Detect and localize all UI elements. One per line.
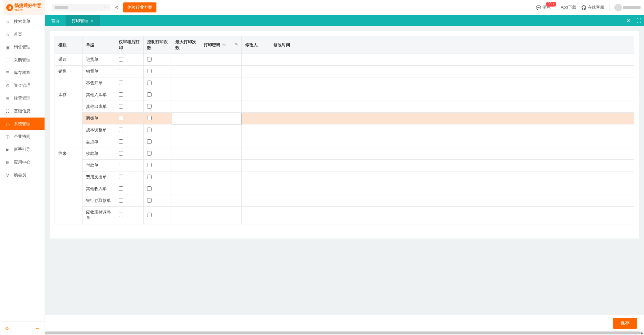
max-count-cell (172, 101, 200, 113)
limit-count-checkbox[interactable] (147, 151, 152, 156)
audit-only-checkbox[interactable] (119, 163, 123, 167)
limit-count-checkbox[interactable] (147, 104, 152, 109)
org-selector-value (55, 6, 68, 9)
table-row: 银行存取款单 (55, 195, 634, 207)
user-menu[interactable] (614, 4, 641, 11)
bill-cell: 收款单 (83, 148, 115, 160)
tab-1[interactable]: 打印管理✕ (66, 15, 100, 26)
sidebar-item-0[interactable]: ⌕搜索菜单 (0, 15, 45, 28)
limit-count-cell (144, 171, 172, 183)
modifier-cell (242, 101, 270, 113)
limit-count-cell (144, 207, 172, 224)
limit-count-checkbox[interactable] (147, 175, 152, 179)
save-button[interactable]: 保存 (613, 318, 637, 329)
scrollbar-right-arrow[interactable]: ▶ (640, 331, 644, 335)
max-count-cell[interactable] (172, 113, 200, 124)
footer-bar: 保存 (45, 315, 644, 331)
audit-only-cell (115, 113, 144, 124)
app-download-button[interactable]: ⬚ App下载 (556, 4, 576, 10)
audit-only-checkbox[interactable] (119, 116, 123, 120)
sidebar-item-12[interactable]: V畅会员 (0, 169, 45, 182)
sidebar-item-7[interactable]: ☷基础信息 (0, 105, 45, 118)
password-cell (200, 195, 242, 207)
limit-count-checkbox[interactable] (147, 116, 152, 120)
table-row: 往来收款单 (55, 148, 634, 160)
sidebar-item-9[interactable]: ◫企业协同 (0, 130, 45, 143)
online-service-button[interactable]: 🎧 在线客服 (581, 4, 604, 10)
sidebar-item-3[interactable]: ⬚采购管理 (0, 54, 45, 66)
sidebar-item-8[interactable]: ◌系统管理 (0, 118, 45, 130)
sidebar-item-4[interactable]: ☰库存核算 (0, 66, 45, 79)
audit-only-checkbox[interactable] (119, 175, 123, 179)
sidebar-item-2[interactable]: ▣销售管理 (0, 41, 45, 54)
tab-label: 首页 (51, 18, 59, 24)
limit-count-cell (144, 160, 172, 171)
main-area: 首页打印管理✕ ✕ ⛶ 模块 单据 (45, 15, 644, 335)
limit-count-checkbox[interactable] (147, 213, 152, 217)
scrollbar-thumb[interactable] (45, 332, 641, 334)
chat-icon: 💬 (536, 5, 541, 10)
audit-only-cell (115, 183, 144, 195)
audit-only-checkbox[interactable] (119, 151, 123, 156)
sidebar-item-label: 企业协同 (14, 134, 30, 140)
audit-only-checkbox[interactable] (119, 128, 123, 132)
password-cell[interactable] (200, 113, 242, 124)
gear-icon[interactable]: ⚙ (115, 5, 119, 10)
max-count-cell (172, 183, 200, 195)
audit-only-checkbox[interactable] (119, 57, 123, 62)
limit-count-cell (144, 113, 172, 124)
audit-only-checkbox[interactable] (119, 92, 123, 97)
help-icon[interactable]: ?⃝ (222, 43, 226, 47)
sidebar-item-1[interactable]: ⌂首页 (0, 28, 45, 41)
limit-count-checkbox[interactable] (147, 81, 152, 85)
limit-count-checkbox[interactable] (147, 198, 152, 203)
sidebar-item-6[interactable]: ≣经营管理 (0, 92, 45, 105)
audit-only-checkbox[interactable] (119, 213, 123, 217)
audit-only-checkbox[interactable] (119, 81, 123, 85)
nav-icon: ≣ (5, 96, 10, 101)
settings-icon[interactable]: ⚙ (5, 326, 9, 331)
audit-only-cell (115, 171, 144, 183)
sidebar-item-10[interactable]: ▶新手引导 (0, 143, 45, 156)
tab-0[interactable]: 首页 (45, 15, 66, 26)
audit-only-checkbox[interactable] (119, 69, 123, 73)
limit-count-cell (144, 136, 172, 148)
table-row: 销售销货单 (55, 66, 634, 77)
sidebar-item-label: 系统管理 (14, 121, 30, 127)
top-header: 6 畅捷通好生意 饰品版 ﹀ ⚙ 体验行业方案 💬 消息 99 + ⬚ App下… (0, 0, 644, 15)
modified-at-cell (270, 101, 634, 113)
message-badge: 99 + (546, 2, 556, 7)
audit-only-checkbox[interactable] (119, 198, 123, 203)
audit-only-checkbox[interactable] (119, 139, 123, 144)
logo-icon: 6 (6, 4, 13, 11)
limit-count-checkbox[interactable] (147, 128, 152, 132)
limit-count-checkbox[interactable] (147, 57, 152, 62)
limit-count-checkbox[interactable] (147, 69, 152, 73)
fullscreen-icon[interactable]: ⛶ (634, 18, 644, 24)
limit-count-checkbox[interactable] (147, 92, 152, 97)
horizontal-scrollbar[interactable]: ▶ (45, 331, 644, 335)
password-cell (200, 89, 242, 101)
collapse-icon[interactable]: ⇤ (36, 326, 40, 331)
logo-brand: 畅捷通好生意 (15, 3, 41, 8)
sidebar-item-5[interactable]: ⊙资金管理 (0, 79, 45, 92)
sidebar-item-11[interactable]: ⊞应用中心 (0, 156, 45, 169)
audit-only-checkbox[interactable] (119, 104, 123, 109)
edit-icon[interactable]: ✎ (235, 42, 238, 47)
nav-icon: ⌂ (5, 32, 10, 37)
max-count-cell (172, 136, 200, 148)
limit-count-checkbox[interactable] (147, 186, 152, 191)
password-cell (200, 183, 242, 195)
limit-count-checkbox[interactable] (147, 139, 152, 144)
nav-icon: ⌕ (5, 19, 10, 24)
headset-icon: 🎧 (581, 5, 586, 10)
modified-at-cell (270, 54, 634, 66)
org-selector[interactable]: ﹀ (52, 4, 110, 11)
message-button[interactable]: 💬 消息 99 + (536, 4, 551, 10)
close-all-tabs-icon[interactable]: ✕ (623, 18, 634, 24)
experience-plan-button[interactable]: 体验行业方案 (123, 2, 156, 12)
limit-count-checkbox[interactable] (147, 163, 152, 167)
close-icon[interactable]: ✕ (90, 19, 94, 23)
audit-only-checkbox[interactable] (119, 186, 123, 191)
sidebar-footer: ⚙ ⇤ (0, 321, 45, 335)
